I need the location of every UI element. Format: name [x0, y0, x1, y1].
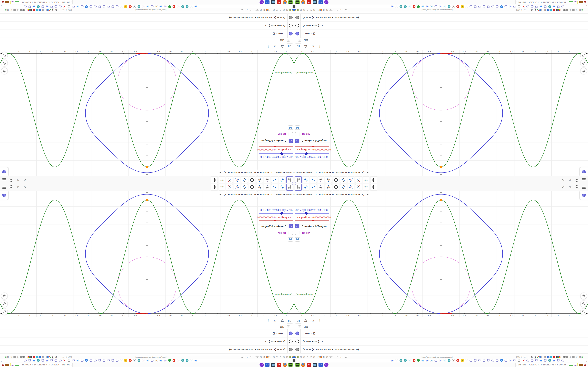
favicon-wheel[interactable] — [98, 359, 101, 362]
greendot-icon[interactable] — [5, 9, 6, 10]
favicon-w[interactable]: W — [155, 5, 158, 8]
favicon-g[interactable]: G — [142, 5, 145, 8]
algebra-fx-button[interactable]: fx — [279, 318, 285, 324]
graphics-stylebar-button[interactable] — [579, 191, 588, 200]
arrowright-icon[interactable] — [527, 8, 530, 12]
arc-length-slider-track[interactable] — [259, 213, 293, 214]
badge-icon[interactable] — [566, 356, 568, 358]
search-button[interactable] — [575, 178, 579, 182]
arc-position-point[interactable] — [440, 53, 442, 54]
favicon-g[interactable]: G — [465, 5, 468, 8]
conic-tool-button[interactable] — [340, 184, 347, 191]
arc-length-slider-track[interactable] — [295, 213, 329, 214]
play-step-button[interactable] — [295, 237, 300, 242]
globe-icon[interactable] — [299, 8, 303, 12]
badge-icon[interactable] — [566, 9, 568, 11]
conic-tool-button[interactable] — [241, 184, 248, 191]
visibility-toggle[interactable] — [295, 340, 299, 343]
translate2-icon[interactable] — [539, 356, 541, 358]
search-button[interactable] — [575, 185, 579, 189]
arc-position-slider[interactable] — [258, 145, 293, 148]
graphics-view[interactable]: -2.4-2.2-2-1.8-1.6-1.4-1.2-1-0.8-0.6-0.4… — [0, 191, 294, 317]
dot-icon[interactable] — [255, 10, 256, 10]
perpendicular-line-tool-button[interactable] — [264, 184, 270, 191]
favicon-w[interactable]: W — [155, 359, 158, 362]
curvature-tangent-checkbox[interactable] — [295, 224, 299, 228]
favicon-g[interactable]: G — [159, 359, 162, 362]
oval-icon[interactable] — [541, 356, 543, 358]
perpendicular-line-tool-button[interactable] — [264, 176, 270, 183]
pin-icon[interactable] — [294, 8, 297, 12]
favicon-g[interactable]: G — [46, 359, 49, 362]
taskbar-app-monitor-icon[interactable] — [313, 0, 317, 5]
favicon-wheel[interactable] — [107, 5, 110, 8]
favicon-g[interactable]: G — [509, 359, 512, 362]
favicon-g[interactable]: G — [194, 359, 197, 362]
favicon-teal[interactable]: ◍ — [399, 5, 402, 8]
curvature-tangent-checkbox[interactable] — [289, 139, 293, 143]
visibility-toggle[interactable] — [295, 348, 299, 351]
favicon-wheel[interactable] — [89, 5, 92, 8]
favicon-g[interactable]: G — [33, 359, 35, 362]
arrowright-icon[interactable] — [58, 8, 61, 12]
curvature-function-input[interactable]: 1.000000000000 + cos(4.00000000000 x) — [217, 192, 274, 197]
move-graphics-view-tool-button[interactable] — [211, 176, 218, 183]
download-icon[interactable] — [534, 8, 537, 12]
polygon-tool-button[interactable] — [256, 184, 263, 191]
favicon-octo[interactable]: ◡ — [168, 359, 171, 362]
favicon-wheel[interactable] — [544, 5, 547, 8]
favicon-w[interactable]: W — [430, 359, 433, 362]
gear-icon[interactable] — [263, 8, 266, 12]
undo-button[interactable]: ↶ — [561, 185, 565, 189]
taskbar-app-drive-icon[interactable] — [295, 363, 300, 367]
collapse-toggle[interactable]: − — [298, 39, 301, 42]
search-button[interactable] — [9, 178, 13, 182]
redcircle-icon[interactable] — [33, 9, 35, 11]
ring-icon[interactable] — [330, 9, 332, 11]
arc2-icon[interactable] — [276, 355, 279, 359]
wrench-icon[interactable] — [316, 355, 319, 359]
favicon-wheel[interactable] — [59, 5, 62, 8]
taskbar-app-firefox-icon[interactable] — [301, 0, 305, 5]
algebra-row[interactable]: funcs = {1.000000000000 + cos(4.00000000… — [294, 345, 588, 354]
visibility-toggle[interactable] — [295, 332, 299, 335]
favicon-g[interactable]: G — [33, 5, 35, 8]
favicon-ya[interactable]: Я — [173, 5, 175, 8]
visibility-toggle[interactable] — [289, 340, 293, 343]
translate-icon[interactable] — [65, 9, 67, 11]
arc-position-slider-handle[interactable] — [312, 220, 314, 221]
taskbar-app-mask-icon[interactable]: ☺ — [324, 0, 329, 5]
globe-icon[interactable] — [326, 8, 329, 12]
move-tool-button[interactable] — [286, 184, 293, 191]
oval-icon[interactable] — [45, 9, 47, 11]
favicon-g[interactable]: G — [509, 5, 512, 8]
favicon-g[interactable]: G — [395, 359, 398, 362]
redcircle-icon[interactable] — [553, 356, 555, 358]
tracing-checkbox[interactable] — [289, 231, 293, 235]
translate2-icon[interactable] — [539, 9, 541, 11]
trash2-icon[interactable] — [25, 356, 27, 358]
gear2-icon[interactable] — [7, 356, 9, 359]
algebra-row[interactable]: funcNames = {" "} — [0, 22, 294, 30]
trash2-icon[interactable] — [561, 9, 563, 11]
trash-icon[interactable] — [556, 356, 558, 358]
shielduo-icon[interactable] — [563, 9, 566, 11]
undo-button[interactable]: ↶ — [23, 185, 27, 189]
algebra-fx-button[interactable]: fx — [279, 44, 285, 50]
move-graphics-view-tool-button[interactable] — [211, 184, 218, 191]
search-button[interactable] — [9, 185, 13, 189]
puzzle-icon[interactable] — [572, 9, 575, 11]
arc-length-slider-track[interactable] — [259, 153, 293, 154]
ring-icon[interactable] — [334, 9, 335, 11]
favicon-wheel[interactable] — [107, 359, 110, 362]
play-step-button[interactable] — [288, 125, 293, 130]
menu-button[interactable] — [582, 178, 586, 181]
dot-icon[interactable] — [332, 357, 333, 357]
download-icon[interactable] — [534, 356, 537, 359]
favicon-ya[interactable]: Я — [173, 359, 175, 362]
cam-icon[interactable] — [297, 356, 299, 358]
cam-icon[interactable] — [289, 356, 291, 358]
tray-expander[interactable]: ^ — [0, 361, 2, 364]
favicon-fred[interactable]: f — [63, 359, 66, 362]
zoom-in-button[interactable] — [580, 60, 587, 67]
